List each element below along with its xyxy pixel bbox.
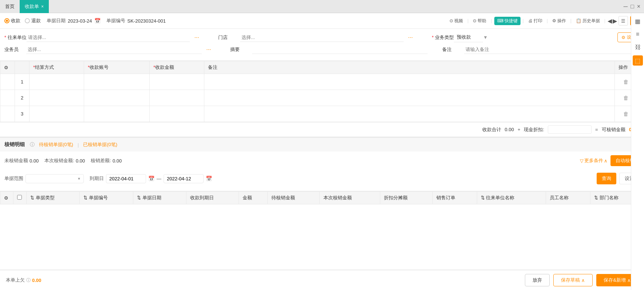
store-more-icon[interactable]: ···	[408, 34, 413, 41]
row1-amount[interactable]	[150, 74, 204, 90]
footer-info-icon[interactable]: ⓘ	[26, 277, 31, 283]
video-icon: ⊙	[449, 18, 453, 23]
prev-arrow[interactable]: ◀	[608, 17, 612, 24]
row1-num: 1	[15, 74, 30, 90]
business-type-select[interactable]: 预收款 ▼	[454, 32, 488, 42]
row2-amount[interactable]	[150, 90, 204, 106]
row2-gear	[0, 90, 15, 106]
history-btn[interactable]: 📋 历史单据	[574, 17, 602, 25]
select-all-col[interactable]	[13, 192, 27, 204]
sidebar-link-icon[interactable]: ⛓	[633, 42, 643, 52]
form-row-1: 往来单位 ··· 门店 ··· 业务类型 预收款 ▼ ⚙ 设置	[4, 32, 640, 42]
query-btn[interactable]: 查询	[597, 173, 616, 184]
staff-more-icon[interactable]: ···	[206, 46, 211, 53]
print-icon: 🖨	[528, 18, 533, 23]
staff-label: 业务员	[4, 46, 26, 53]
due-date-to[interactable]	[164, 174, 204, 183]
business-type-arrow[interactable]: ▼	[483, 35, 488, 40]
sidebar-table-icon[interactable]: ▦	[633, 16, 643, 26]
discount-input[interactable]	[548, 125, 592, 134]
save-draft-arrow-icon[interactable]: ∧	[581, 278, 585, 283]
range-select[interactable]	[25, 174, 84, 183]
remark-label: 备注	[442, 46, 464, 53]
verify-stats: 未核销金额 0.00 本次核销金额: 0.00 核销差额: 0.00 ▽ 更多条…	[4, 155, 640, 166]
gear-icon[interactable]: ⚙	[4, 195, 8, 201]
row1-delete-icon[interactable]: 🗑	[623, 79, 629, 85]
business-type-label: 业务类型	[432, 34, 454, 41]
close-btn[interactable]: ×	[637, 3, 640, 10]
view-icon-btn[interactable]: ☰	[619, 16, 628, 26]
bottom-footer: 本单上欠 ⓘ 0.00 放弃 保存草稿 ∧ 保存&新增 ∧	[0, 270, 644, 290]
pending-tab-link[interactable]: 待核销单据(0笔)	[39, 141, 73, 148]
row3-settle[interactable]	[30, 106, 84, 122]
sum-row: 收款合计 0.00 + 现金折扣: = 可核销金额 0.00	[0, 122, 644, 137]
row3-account[interactable]	[84, 106, 150, 122]
row2-settle[interactable]	[30, 90, 84, 106]
counterpart-label: 往来单位	[4, 34, 27, 41]
minimize-btn[interactable]: ─	[624, 3, 628, 10]
radio-receipt-dot	[4, 18, 9, 23]
doc-type-col: ⇅ 单据类型	[27, 192, 80, 204]
counterpart-input[interactable]	[27, 33, 190, 42]
video-btn[interactable]: ⊙ 视频	[447, 17, 465, 25]
num-col-header	[15, 61, 30, 74]
operation-icon: ⚙	[552, 18, 556, 23]
row2-account[interactable]	[84, 90, 150, 106]
operation-btn[interactable]: ⚙ 操作	[550, 17, 568, 25]
store-field: 门店	[218, 33, 404, 42]
due-date-filter: 到期日 📅 — 📅	[90, 174, 212, 183]
form-row-2: 业务员 ··· 摘要 备注	[4, 45, 640, 54]
counterpart-name-col: ⇅ 往来单位名称	[477, 192, 546, 204]
sidebar-screenshot-icon[interactable]: ⬚	[633, 55, 643, 66]
row3-amount[interactable]	[150, 106, 204, 122]
date-to-calendar-icon[interactable]: 📅	[206, 176, 212, 181]
row3-gear	[0, 106, 15, 122]
account-col-header: *收款账号	[84, 61, 150, 74]
summary-input[interactable]	[252, 45, 428, 54]
select-all-checkbox[interactable]	[17, 195, 22, 200]
shortcut-btn[interactable]: ⌨ 快捷键	[494, 17, 521, 25]
remark-input[interactable]	[464, 45, 640, 54]
sidebar-list-icon[interactable]: ≡	[633, 29, 643, 39]
counterpart-field: 往来单位	[4, 33, 190, 42]
row1-remark[interactable]	[204, 74, 615, 90]
row2-delete-icon[interactable]: 🗑	[623, 95, 629, 101]
row3-remark[interactable]	[204, 106, 615, 122]
save-draft-btn[interactable]: 保存草稿 ∧	[553, 274, 593, 286]
verify-info-icon[interactable]: ⓘ	[30, 141, 35, 148]
range-select-wrap	[25, 174, 84, 183]
this-amount-col: 本次核销金额	[320, 192, 380, 204]
single-date-field: 单据日期 2023-03-24 📅	[47, 17, 101, 24]
store-input[interactable]	[240, 33, 404, 42]
done-tab-link[interactable]: 已核销单据(0笔)	[83, 141, 117, 148]
row1-settle[interactable]	[30, 74, 84, 90]
amount-col: 金额	[239, 192, 268, 204]
next-arrow[interactable]: ▶	[613, 17, 617, 24]
single-date-calendar-icon[interactable]: 📅	[94, 18, 101, 24]
doc-date-col: ⇅ 单据日期	[133, 192, 186, 204]
help-btn[interactable]: ⊙ 帮助	[471, 17, 488, 25]
row1-account[interactable]	[84, 74, 150, 90]
filter-icon: ▽	[580, 158, 584, 164]
business-type-field: 业务类型 预收款 ▼	[432, 32, 617, 42]
print-btn[interactable]: 🖨 打印	[526, 17, 545, 25]
staff-input[interactable]	[26, 45, 202, 54]
due-date-from[interactable]	[106, 174, 146, 183]
radio-receipt[interactable]: 收款	[4, 17, 20, 24]
footer-left: 本单上欠 ⓘ 0.00	[6, 277, 41, 283]
tab-receipt[interactable]: 收款单 ×	[20, 0, 49, 13]
radio-refund[interactable]: 退款	[25, 17, 41, 24]
abandon-btn[interactable]: 放弃	[525, 274, 550, 286]
counterpart-more-icon[interactable]: ···	[194, 34, 199, 41]
row3-delete-icon[interactable]: 🗑	[623, 111, 629, 117]
gear-col-header[interactable]: ⚙	[0, 61, 15, 74]
receipt-type-group: 收款 退款	[4, 17, 41, 24]
maximize-btn[interactable]: □	[631, 3, 634, 10]
form-area: 往来单位 ··· 门店 ··· 业务类型 预收款 ▼ ⚙ 设置	[0, 29, 644, 61]
row2-remark[interactable]	[204, 90, 615, 106]
save-new-arrow-icon[interactable]: ∧	[627, 278, 631, 283]
date-from-calendar-icon[interactable]: 📅	[148, 176, 154, 181]
more-conditions-btn[interactable]: ▽ 更多条件 ∧	[580, 157, 608, 164]
tab-home[interactable]: 首页	[0, 0, 20, 13]
tab-close-icon[interactable]: ×	[41, 4, 44, 9]
